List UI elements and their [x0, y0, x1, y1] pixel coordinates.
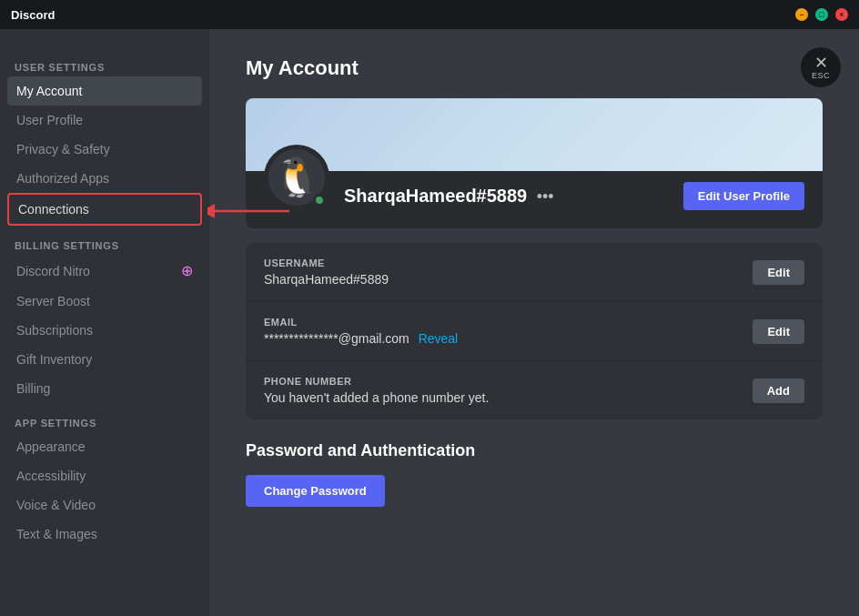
sidebar-item-my-account[interactable]: My Account — [7, 76, 202, 106]
maximize-button[interactable]: □ — [815, 8, 828, 21]
sidebar-item-label: Subscriptions — [16, 323, 93, 338]
phone-label: PHONE NUMBER — [264, 376, 489, 387]
titlebar: Discord − □ × — [0, 0, 859, 29]
email-row: EMAIL ***************@gmail.com Reveal E… — [246, 302, 823, 361]
avatar-container: 🐧 — [264, 145, 329, 210]
sidebar-item-label: Server Boost — [16, 294, 90, 308]
sidebar-item-subscriptions[interactable]: Subscriptions — [7, 316, 202, 345]
profile-banner — [246, 98, 823, 171]
sidebar-item-label: Connections — [18, 202, 89, 217]
sidebar-item-text-images[interactable]: Text & Images — [7, 520, 202, 549]
online-status-dot — [313, 194, 326, 207]
profile-card: 🐧 SharqaHameed#5889 ••• Edit User Profil… — [246, 98, 823, 228]
username-edit-button[interactable]: Edit — [753, 260, 804, 285]
account-info-card: USERNAME SharqaHameed#5889 Edit EMAIL **… — [246, 243, 823, 419]
nitro-icon: ⊕ — [181, 262, 193, 279]
email-edit-button[interactable]: Edit — [753, 319, 804, 344]
reveal-email-button[interactable]: Reveal — [419, 331, 459, 346]
billing-settings-label: BILLING SETTINGS — [7, 226, 202, 255]
sidebar-item-label: Privacy & Safety — [16, 142, 110, 157]
sidebar-item-authorized-apps[interactable]: Authorized Apps — [7, 164, 202, 193]
email-label: EMAIL — [264, 317, 458, 328]
phone-field: PHONE NUMBER You haven't added a phone n… — [264, 376, 489, 405]
email-field: EMAIL ***************@gmail.com Reveal — [264, 317, 458, 346]
username-field: USERNAME SharqaHameed#5889 — [264, 258, 389, 287]
phone-row: PHONE NUMBER You haven't added a phone n… — [246, 361, 823, 419]
profile-name-area: SharqaHameed#5889 ••• — [344, 175, 669, 207]
username-value: SharqaHameed#5889 — [264, 272, 389, 287]
sidebar-item-label: Billing — [16, 381, 50, 396]
sidebar-item-billing[interactable]: Billing — [7, 374, 202, 403]
profile-info: 🐧 SharqaHameed#5889 ••• Edit User Profil… — [246, 171, 823, 228]
sidebar-item-label: Discord Nitro — [16, 264, 90, 278]
sidebar-item-label: Appearance — [16, 439, 86, 454]
sidebar-item-privacy-safety[interactable]: Privacy & Safety — [7, 135, 202, 164]
sidebar-item-server-boost[interactable]: Server Boost — [7, 287, 202, 316]
edit-profile-button[interactable]: Edit User Profile — [683, 182, 804, 210]
user-settings-label: USER SETTINGS — [7, 47, 202, 76]
username-label: USERNAME — [264, 258, 389, 268]
app-settings-label: APP SETTINGS — [7, 403, 202, 432]
phone-add-button[interactable]: Add — [753, 379, 804, 403]
page-title: My Account — [246, 56, 823, 80]
minimize-button[interactable]: − — [795, 8, 808, 21]
close-icon: ✕ — [814, 55, 828, 71]
profile-options-dots[interactable]: ••• — [537, 187, 554, 206]
sidebar-item-user-profile[interactable]: User Profile — [7, 106, 202, 135]
close-button[interactable]: × — [835, 8, 848, 21]
email-value: ***************@gmail.com Reveal — [264, 331, 458, 346]
phone-value: You haven't added a phone number yet. — [264, 390, 489, 405]
profile-username: SharqaHameed#5889 — [344, 186, 527, 206]
change-password-button[interactable]: Change Password — [246, 475, 385, 507]
sidebar-item-label: Gift Inventory — [16, 352, 92, 367]
password-section-title: Password and Authentication — [246, 441, 823, 460]
username-row: USERNAME SharqaHameed#5889 Edit — [246, 243, 823, 302]
sidebar-item-label: Accessibility — [16, 469, 86, 483]
sidebar-item-discord-nitro[interactable]: Discord Nitro ⊕ — [7, 255, 202, 287]
sidebar-item-connections[interactable]: Connections — [7, 193, 202, 226]
app-container: USER SETTINGS My Account User Profile Pr… — [0, 29, 859, 616]
sidebar-item-label: My Account — [16, 84, 82, 98]
sidebar-item-appearance[interactable]: Appearance — [7, 432, 202, 461]
sidebar: USER SETTINGS My Account User Profile Pr… — [0, 29, 209, 616]
main-content: ✕ ESC My Account 🐧 SharqaHameed#5889 •••… — [209, 29, 859, 616]
sidebar-item-label: User Profile — [16, 113, 83, 127]
esc-label: ESC — [812, 71, 830, 80]
window-controls: − □ × — [795, 8, 848, 21]
sidebar-item-accessibility[interactable]: Accessibility — [7, 461, 202, 490]
sidebar-item-label: Authorized Apps — [16, 171, 109, 186]
sidebar-item-label: Text & Images — [16, 527, 97, 541]
app-title: Discord — [11, 8, 55, 22]
sidebar-item-gift-inventory[interactable]: Gift Inventory — [7, 345, 202, 374]
esc-button[interactable]: ✕ ESC — [801, 47, 841, 87]
sidebar-item-voice-video[interactable]: Voice & Video — [7, 490, 202, 520]
sidebar-item-label: Voice & Video — [16, 498, 96, 512]
avatar-emoji: 🐧 — [273, 155, 320, 199]
